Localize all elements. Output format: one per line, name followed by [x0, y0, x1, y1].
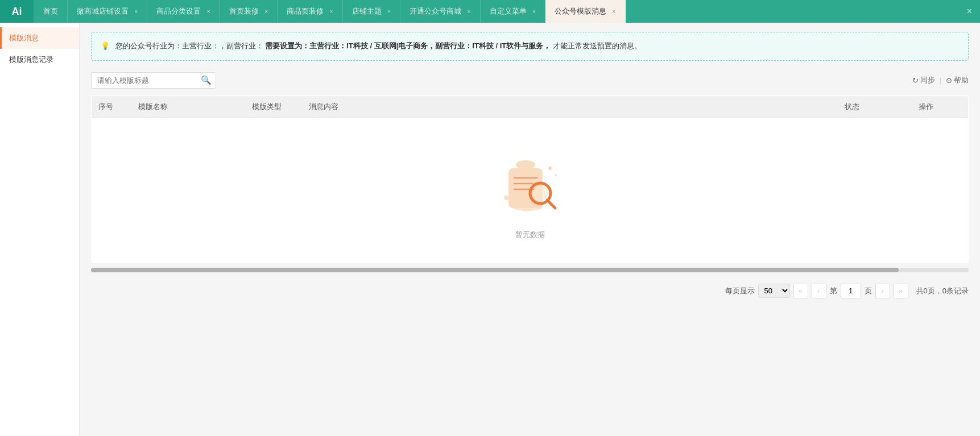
tab-productpage[interactable]: 商品页装修 × [278, 0, 342, 23]
tab-close-theme[interactable]: × [387, 8, 391, 15]
empty-state-row: 暂无数据 [92, 118, 969, 263]
table-header-row: 序号 模版名称 模版类型 消息内容 状态 操作 [92, 95, 969, 118]
toolbar-right: ↻ 同步 | ⊙ 帮助 [912, 75, 969, 85]
empty-illustration [496, 152, 564, 221]
page-size-select[interactable]: 50 10 20 100 [758, 284, 790, 298]
window-close-button[interactable]: × [959, 6, 980, 16]
tab-mall[interactable]: 开通公众号商城 × [400, 0, 480, 23]
search-button[interactable]: 🔍 [201, 75, 212, 85]
data-table: 序号 模版名称 模版类型 消息内容 状态 操作 [91, 95, 969, 263]
tab-close-homepage[interactable]: × [264, 8, 268, 15]
page-first-button[interactable]: « [793, 284, 808, 298]
help-icon: ⊙ [946, 76, 952, 85]
tab-category[interactable]: 商品分类设置 × [147, 0, 220, 23]
col-header-type: 模版类型 [245, 95, 302, 118]
search-bar: 🔍 ↻ 同步 | ⊙ 帮助 [91, 72, 969, 89]
toolbar-divider: | [940, 76, 941, 85]
svg-point-10 [555, 174, 557, 176]
search-input[interactable] [91, 72, 216, 89]
svg-point-9 [548, 167, 552, 170]
sync-icon: ↻ [912, 76, 919, 85]
empty-text: 暂无数据 [92, 230, 968, 240]
tab-theme[interactable]: 店铺主题 × [343, 0, 400, 23]
notice-icon: 💡 [101, 41, 110, 50]
tab-templatemsg[interactable]: 公众号模版消息 × [545, 0, 625, 23]
pagination-bar: 每页显示 50 10 20 100 « ‹ 第 页 › » 共0页，0条记录 [91, 277, 969, 301]
main-layout: 模版消息 模版消息记录 💡 您的公众号行业为：主营行业：，副营行业： 需要设置为… [0, 23, 980, 436]
svg-point-7 [533, 186, 548, 201]
col-header-name: 模版名称 [131, 95, 245, 118]
page-prev-button[interactable]: ‹ [812, 284, 826, 298]
tab-close-productpage[interactable]: × [329, 8, 333, 15]
sync-button[interactable]: ↻ 同步 [912, 75, 935, 85]
search-input-wrap: 🔍 [91, 72, 216, 89]
tab-homepage[interactable]: 首页装修 × [220, 0, 278, 23]
scroll-thumb[interactable] [91, 268, 899, 272]
horizontal-scrollbar[interactable] [91, 268, 969, 272]
app-logo: Ai [0, 0, 34, 23]
svg-point-11 [504, 196, 508, 200]
tab-close-custommenu[interactable]: × [532, 8, 536, 15]
page-input[interactable] [841, 284, 861, 298]
tab-close-templatemsg[interactable]: × [612, 8, 615, 15]
tab-home[interactable]: 首页 [34, 0, 68, 23]
tab-bar: Ai 首页 微商城店铺设置 × 商品分类设置 × 首页装修 × 商品页装修 × … [0, 0, 980, 23]
empty-state: 暂无数据 [92, 118, 968, 263]
sidebar-item-template-msg[interactable]: 模版消息 [0, 27, 79, 49]
page-next-button[interactable]: › [875, 284, 890, 298]
help-button[interactable]: ⊙ 帮助 [946, 75, 969, 85]
col-header-content: 消息内容 [302, 95, 838, 118]
tab-wshop[interactable]: 微商城店铺设置 × [68, 0, 147, 23]
svg-line-8 [547, 200, 555, 208]
svg-point-5 [516, 160, 535, 169]
content-area: 💡 您的公众号行业为：主营行业：，副营行业： 需要设置为：主营行业：IT科技 /… [80, 23, 980, 436]
page-label: 第 [830, 286, 837, 296]
tab-close-mall[interactable]: × [467, 8, 470, 15]
page-last-button[interactable]: » [894, 284, 908, 298]
col-header-index: 序号 [92, 95, 131, 118]
page-suffix: 页 [865, 286, 872, 296]
page-size-label: 每页显示 [725, 286, 755, 296]
page-total: 共0页，0条记录 [916, 286, 969, 296]
tab-custommenu[interactable]: 自定义菜单 × [481, 0, 545, 23]
col-header-status: 状态 [838, 95, 912, 118]
col-header-action: 操作 [912, 95, 969, 118]
tab-close-wshop[interactable]: × [134, 8, 138, 15]
sidebar: 模版消息 模版消息记录 [0, 23, 80, 436]
sidebar-item-template-msg-record[interactable]: 模版消息记录 [0, 49, 79, 70]
notice-box: 💡 您的公众号行业为：主营行业：，副营行业： 需要设置为：主营行业：IT科技 /… [91, 32, 969, 61]
tab-close-category[interactable]: × [206, 8, 210, 15]
